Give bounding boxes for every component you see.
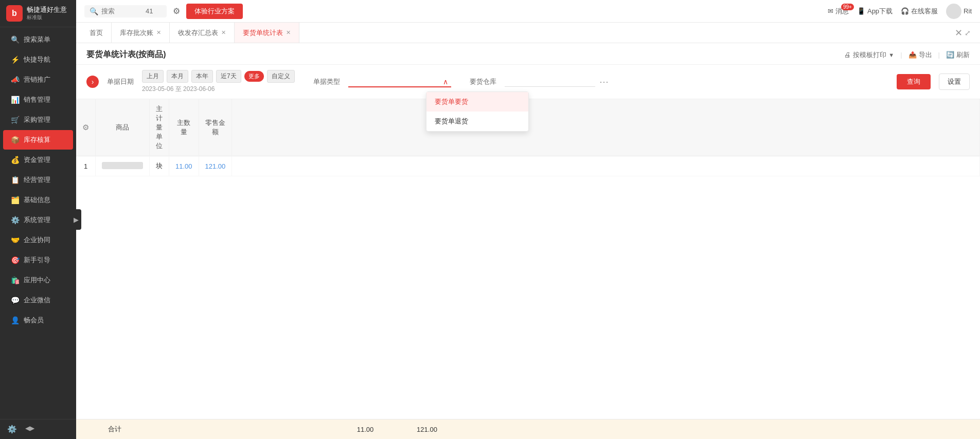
sidebar-item-appstore[interactable]: 🛍️ 应用中心 [3,270,73,290]
print-label: 按模板打印 [853,50,886,60]
sidebar-item-inventory[interactable]: 📦 库存核算 [3,130,73,150]
dropdown-item-request[interactable]: 要货单要货 [426,92,528,112]
date-7days[interactable]: 近7天 [216,70,241,83]
warehouse-label: 要货仓库 [470,77,496,86]
settings-filter-btn[interactable]: 设置 [939,74,970,90]
date-custom[interactable]: 自定义 [267,70,295,83]
sidebar-item-member[interactable]: 👤 畅会员 [3,310,73,330]
sidebar-item-label: 畅会员 [24,316,44,325]
data-table-wrap: ⚙ 商品 主计量单位 主数量 零售金额 1 [76,99,980,419]
marketing-icon: 📣 [10,75,20,84]
export-btn[interactable]: 📤 导出 [908,50,932,60]
tab-receivable[interactable]: 收发存汇总表 ✕ [170,23,235,43]
date-this-month[interactable]: 本月 [167,70,188,83]
search-input[interactable] [101,7,142,15]
tab-inventory-batch-close[interactable]: ✕ [156,29,161,36]
tab-order-stats[interactable]: 要货单统计表 ✕ [235,23,299,43]
query-btn[interactable]: 查询 [897,74,931,89]
messages-btn[interactable]: ✉ 99+ 消息 [828,7,849,16]
sidebar-item-label: 应用中心 [24,276,50,285]
sidebar-item-basic[interactable]: 🗂️ 基础信息 [3,190,73,210]
sidebar-item-label: 企业协同 [24,235,50,245]
sidebar-item-label: 营销推广 [24,75,50,84]
filter-bar: › 单据日期 上月 本月 本年 近7天 更多 自定义 2023-05-06 至 … [76,65,980,99]
sidebar-item-search[interactable]: 🔍 搜索菜单 [3,30,73,49]
sidebar-item-label: 企业微信 [24,296,50,305]
sidebar-item-sales[interactable]: 📊 销售管理 [3,90,73,109]
search-icon-topbar: 🔍 [90,7,98,15]
tab-close-all[interactable]: ✕ ⤢ [951,27,975,39]
settings-icon[interactable]: ⚙️ [7,425,17,434]
main-area: 🔍 41 ⚙ 体验行业方案 ✉ 99+ 消息 📱 App下载 🎧 在线客服 R [76,0,980,439]
dropdown-item-return[interactable]: 要货单退货 [426,112,528,131]
sidebar-item-coop[interactable]: 🤝 企业协同 [3,230,73,250]
topbar-search[interactable]: 🔍 41 [84,5,167,17]
sidebar-item-guide[interactable]: 🎯 新手引导 [3,250,73,270]
page-content: 要货单统计表(按商品) 🖨 按模板打印 ▼ | 📤 导出 | 🔄 刷新 [76,43,980,439]
topbar-gear-icon[interactable]: ⚙ [173,6,180,16]
date-this-year[interactable]: 本年 [191,70,213,83]
industry-btn[interactable]: 体验行业方案 [186,4,243,19]
col-qty: 主数量 [169,99,199,156]
app-download-label: App下载 [867,7,893,16]
tab-home[interactable]: 首页 [81,23,112,43]
table-settings-icon[interactable]: ⚙ [82,123,89,132]
service-btn[interactable]: 🎧 在线客服 [901,7,938,16]
app-download-btn[interactable]: 📱 App下载 [857,7,893,16]
type-label: 单据类型 [313,77,340,86]
date-label: 单据日期 [107,77,134,86]
row-qty[interactable]: 11.00 [169,156,199,176]
sidebar-item-quicknav[interactable]: ⚡ 快捷导航 [3,50,73,69]
tab-receivable-close[interactable]: ✕ [221,29,226,36]
col-settings[interactable]: ⚙ [76,99,96,156]
date-filter-group: 上月 本月 本年 近7天 更多 自定义 2023-05-06 至 2023-06… [142,70,295,94]
sidebar-item-operation[interactable]: 📋 经营管理 [3,170,73,190]
guide-icon: 🎯 [10,255,20,265]
topbar-right: ✉ 99+ 消息 📱 App下载 🎧 在线客服 Rit [828,4,972,19]
warehouse-more-icon[interactable]: ⋯ [599,76,609,87]
system-icon: ⚙️ [10,215,20,225]
print-btn[interactable]: 🖨 按模板打印 ▼ [844,50,894,60]
warehouse-input[interactable] [505,77,595,87]
date-shortcuts: 上月 本月 本年 近7天 更多 自定义 [142,70,295,83]
message-badge: 99+ [841,4,854,10]
purchase-icon: 🛒 [10,115,20,124]
date-last-month[interactable]: 上月 [142,70,164,83]
sidebar-item-wechat[interactable]: 💬 企业微信 [3,290,73,310]
tab-order-stats-close[interactable]: ✕ [286,29,291,36]
operation-icon: 📋 [10,175,20,185]
date-range: 2023-05-06 至 2023-06-06 [142,85,295,94]
search-count: 41 [146,7,153,15]
quicknav-icon: ⚡ [10,55,20,64]
message-icon: ✉ [828,7,833,15]
collapse-icon[interactable]: ◀▶ [25,425,34,434]
expand-icon: ⤢ [965,29,971,37]
row-amount[interactable]: 121.00 [199,156,232,176]
service-label: 在线客服 [911,7,938,16]
sidebar-item-marketing[interactable]: 📣 营销推广 [3,70,73,89]
footer-label: 合计 [82,425,334,434]
type-select[interactable] [348,77,451,87]
sidebar-item-purchase[interactable]: 🛒 采购管理 [3,110,73,130]
date-more-tag[interactable]: 更多 [244,71,264,82]
sidebar-item-label: 新手引导 [24,255,50,265]
refresh-btn[interactable]: 🔄 刷新 [946,50,970,60]
footer-amount: 121.00 [396,426,458,433]
page-actions: 🖨 按模板打印 ▼ | 📤 导出 | 🔄 刷新 [844,50,970,60]
finance-icon: 💰 [10,155,20,164]
sidebar-item-finance[interactable]: 💰 资金管理 [3,150,73,170]
sidebar-item-system[interactable]: ⚙️ 系统管理 [3,210,73,230]
user-name: Rit [964,7,972,15]
sidebar: b 畅捷通好生意 标准版 🔍 搜索菜单 ⚡ 快捷导航 📣 营销推广 📊 销售管理… [0,0,76,439]
warehouse-wrap: ⋯ [505,76,888,87]
avatar [946,4,961,19]
tabbar: 首页 库存批次账 ✕ 收发存汇总表 ✕ 要货单统计表 ✕ ✕ ⤢ [76,23,980,43]
tab-inventory-batch[interactable]: 库存批次账 ✕ [112,23,170,43]
sidebar-item-label: 销售管理 [24,95,50,104]
user-profile[interactable]: Rit [946,4,972,19]
sidebar-item-label: 基础信息 [24,195,50,205]
filter-toggle-btn[interactable]: › [86,76,99,88]
sidebar-bottom: ⚙️ ◀▶ [0,419,76,439]
sidebar-toggle[interactable]: ▶ [71,209,81,230]
page-title: 要货单统计表(按商品) [86,49,166,60]
